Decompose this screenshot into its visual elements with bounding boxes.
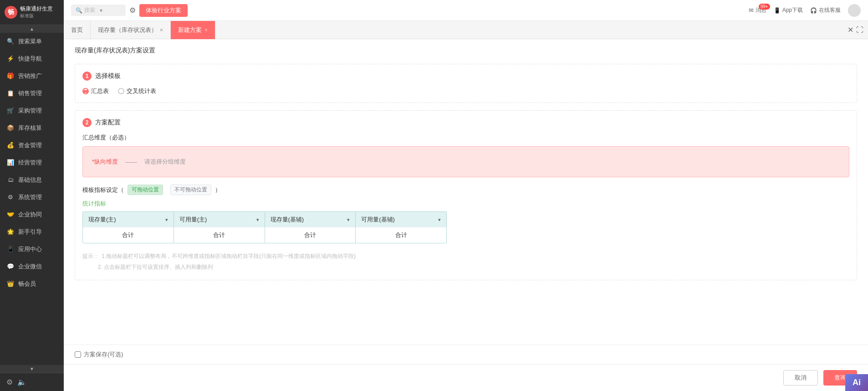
sidebar-item-appstore[interactable]: 📱 应用中心	[0, 241, 64, 258]
sidebar-item-operations[interactable]: 📊 经营管理	[0, 154, 64, 171]
topbar-message[interactable]: ✉ 消息 99+	[749, 6, 766, 14]
stats-col-body-2: 合计	[265, 227, 356, 243]
sidebar-item-purchase[interactable]: 🛒 采购管理	[0, 102, 64, 119]
topbar-online-service[interactable]: 🎧 在线客服	[810, 6, 841, 14]
tab-inventory[interactable]: 现存量（库存状况表） ×	[91, 21, 171, 39]
content-inner: 现存量(库存状况表)方案设置 1 选择模板 汇总表 交	[64, 39, 868, 345]
radio-cross[interactable]: 交叉统计表	[118, 87, 156, 95]
sidebar-item-inventory[interactable]: 📦 库存核算	[0, 119, 64, 137]
search-icon: 🔍	[76, 7, 82, 14]
cancel-button[interactable]: 取消	[783, 370, 818, 386]
stats-col-header-1[interactable]: 可用量(主) ▾	[174, 212, 265, 227]
sidebar-item-label-finance: 资金管理	[18, 141, 42, 149]
tab-new-scheme-close[interactable]: ×	[204, 27, 208, 33]
sidebar-scroll-down[interactable]: ▼	[0, 365, 64, 373]
dimension-select-placeholder[interactable]: 请选择分组维度	[144, 158, 186, 166]
wechat-icon: 💬	[6, 262, 15, 271]
stats-col-body-0: 合计	[83, 227, 174, 243]
topbar-search[interactable]: 🔍 搜索 ▾	[71, 5, 126, 16]
col-chevron-3[interactable]: ▾	[438, 217, 441, 223]
sidebar-item-label-wechat: 企业微信	[18, 262, 42, 271]
content-area: 现存量(库存状况表)方案设置 1 选择模板 汇总表 交	[64, 39, 868, 364]
sidebar-item-newbie[interactable]: 🌟 新手引导	[0, 223, 64, 241]
topbar-gear-icon[interactable]: ⚙	[129, 6, 136, 15]
stats-col-label-2: 现存量(基辅)	[271, 216, 304, 224]
metrics-config-label: 模板指标设定（ 可拖动位置 不可拖动位置 ）	[82, 185, 849, 195]
system-icon: ⚙	[6, 193, 15, 201]
settings-icon[interactable]: ⚙	[6, 378, 13, 386]
sidebar-logo: 畅 畅康通好生意 标准版	[0, 0, 64, 25]
sidebar-item-enterprise[interactable]: 🤝 企业协同	[0, 206, 64, 223]
tab-close-button[interactable]: ✕	[848, 26, 853, 34]
stats-col-header-2[interactable]: 现存量(基辅) ▾	[265, 212, 356, 227]
dimension-dash: ——	[125, 159, 137, 165]
stats-col-header-3[interactable]: 可用量(基辅) ▾	[356, 212, 446, 227]
sidebar-item-basic[interactable]: 🗂 基础信息	[0, 171, 64, 189]
finance-icon: 💰	[6, 141, 15, 149]
section2-title: 方案配置	[95, 118, 121, 127]
app-download-label: App下载	[782, 6, 803, 14]
user-avatar	[848, 4, 861, 17]
topbar: 🔍 搜索 ▾ ⚙ 体验行业方案 ✉ 消息 99+ 📱 App下载 🎧 在线客服	[64, 0, 868, 21]
radio-cross-circle[interactable]	[118, 88, 124, 94]
sidebar-item-label-inventory: 库存核算	[18, 124, 42, 132]
enterprise-icon: 🤝	[6, 211, 15, 219]
operations-icon: 📊	[6, 159, 15, 167]
sidebar-item-label-basic: 基础信息	[18, 176, 42, 184]
dimension-row: *纵向维度 —— 请选择分组维度	[92, 158, 840, 166]
radio-summary[interactable]: 汇总表	[82, 87, 109, 95]
sidebar-item-marketing[interactable]: 🎁 营销推广	[0, 67, 64, 85]
sidebar-item-wechat[interactable]: 💬 企业微信	[0, 258, 64, 275]
metrics-config-prefix: 模板指标设定（	[82, 186, 124, 194]
sidebar-item-vip[interactable]: 👑 畅会员	[0, 275, 64, 293]
tab-home[interactable]: 首页	[64, 21, 91, 39]
col-chevron-1[interactable]: ▾	[256, 217, 259, 223]
tips-area: 提示： 1.拖动标题栏可以调整布局，不可跨维度或指标区域拖动栏目字段(只能在同一…	[82, 251, 849, 273]
sidebar-item-label-purchase: 采购管理	[18, 107, 42, 115]
sidebar-item-label-vip: 畅会员	[18, 280, 36, 288]
topbar-right: ✉ 消息 99+ 📱 App下载 🎧 在线客服	[749, 4, 861, 17]
radio-summary-circle[interactable]	[82, 88, 89, 94]
tab-new-scheme-label: 新建方案	[178, 26, 202, 34]
basic-icon: 🗂	[6, 176, 15, 184]
tab-new-scheme[interactable]: 新建方案 ×	[171, 21, 215, 39]
col-chevron-2[interactable]: ▾	[347, 217, 350, 223]
col-chevron-0[interactable]: ▾	[165, 217, 168, 223]
stats-table-body: 合计 合计 合计 合计	[83, 227, 446, 243]
section-scheme-config: 2 方案配置 汇总维度（必选） *纵向维度 —— 请选择分组维度 模板指标设定（	[75, 110, 857, 280]
tabs-bar: 首页 现存量（库存状况表） × 新建方案 × ✕ ⛶	[64, 21, 868, 39]
sidebar-item-quick-nav[interactable]: ⚡ 快捷导航	[0, 50, 64, 67]
stats-table: 现存量(主) ▾ 可用量(主) ▾ 现存量(基辅) ▾ 可用量(基辅)	[82, 211, 447, 243]
experience-industry-button[interactable]: 体验行业方案	[139, 4, 188, 17]
sales-icon: 📋	[6, 89, 15, 98]
sidebar-item-label-system: 系统管理	[18, 193, 42, 201]
chevron-down-icon: ▾	[100, 7, 102, 14]
quick-nav-icon: ⚡	[6, 55, 15, 63]
ai-badge[interactable]: Ai	[845, 374, 868, 391]
save-row: 方案保存(可选)	[64, 345, 868, 364]
stats-col-header-0[interactable]: 现存量(主) ▾	[83, 212, 174, 227]
sidebar-item-label-marketing: 营销推广	[18, 72, 42, 80]
page-title: 现存量(库存状况表)方案设置	[75, 46, 857, 55]
topbar-left: 🔍 搜索 ▾ ⚙ 体验行业方案	[71, 4, 744, 17]
sidebar-item-label-quick-nav: 快捷导航	[18, 55, 42, 63]
sidebar-item-sales[interactable]: 📋 销售管理	[0, 85, 64, 102]
section1-title: 选择模板	[95, 72, 121, 80]
sidebar: 畅 畅康通好生意 标准版 ▲ 🔍 搜索菜单 ⚡ 快捷导航 🎁 营销推广 📋 销售…	[0, 0, 64, 391]
message-badge: 99+	[759, 4, 770, 10]
sidebar-item-finance[interactable]: 💰 资金管理	[0, 137, 64, 154]
tab-expand-button[interactable]: ⛶	[856, 26, 863, 34]
topbar-app-download[interactable]: 📱 App下载	[774, 6, 803, 14]
app-name: 畅康通好生意	[20, 5, 53, 13]
service-label: 在线客服	[819, 6, 841, 14]
sidebar-scroll-up[interactable]: ▲	[0, 25, 64, 33]
audio-icon[interactable]: 🔈	[17, 378, 26, 386]
main-area: 🔍 搜索 ▾ ⚙ 体验行业方案 ✉ 消息 99+ 📱 App下载 🎧 在线客服	[64, 0, 868, 391]
sidebar-item-search[interactable]: 🔍 搜索菜单	[0, 33, 64, 50]
tabs-right: ✕ ⛶	[848, 26, 868, 34]
save-checkbox[interactable]	[75, 351, 81, 358]
app-icon: 📱	[774, 7, 781, 14]
sidebar-item-system[interactable]: ⚙ 系统管理	[0, 189, 64, 206]
tab-inventory-close[interactable]: ×	[160, 27, 163, 33]
appstore-icon: 📱	[6, 245, 15, 253]
